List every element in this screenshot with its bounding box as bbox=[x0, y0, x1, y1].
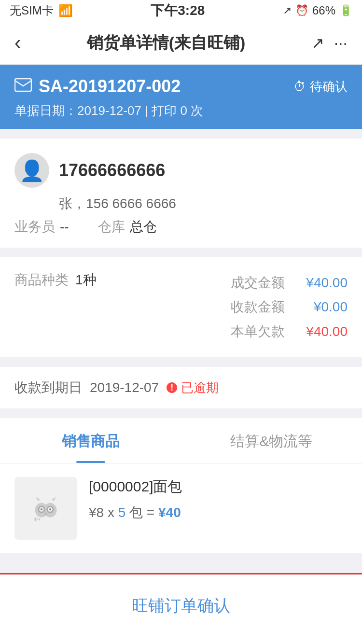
page-title: 销货单详情(来自旺铺) bbox=[87, 32, 246, 54]
customer-name-detail: 张，156 6666 6666 bbox=[59, 195, 348, 213]
order-date-line: 单据日期：2019-12-07 | 打印 0 次 bbox=[14, 102, 348, 119]
product-unit-price: ¥8 bbox=[89, 505, 104, 520]
due-label: 收款到期日 bbox=[14, 378, 82, 397]
alarm-icon: ⏰ bbox=[295, 4, 308, 17]
svg-point-7 bbox=[41, 508, 43, 511]
summary-right: 成交金额 ¥40.00 收款金额 ¥0.00 本单欠款 ¥40.00 bbox=[231, 271, 348, 344]
svg-text:野+: 野+ bbox=[34, 518, 41, 522]
sales-rep-label: 业务员 bbox=[14, 218, 55, 236]
order-separator: | bbox=[145, 103, 152, 118]
warehouse-value: 总仓 bbox=[130, 218, 157, 236]
goods-type-value: 1种 bbox=[75, 271, 97, 289]
product-unit: 包 bbox=[129, 505, 143, 520]
warehouse-item: 仓库 总仓 bbox=[98, 218, 157, 236]
order-id-text: SA-20191207-002 bbox=[39, 76, 181, 97]
product-info: [0000002]面包 ¥8 x 5 包 = ¥40 bbox=[89, 477, 348, 522]
bottom-bar: 旺铺订单确认 bbox=[0, 573, 362, 644]
svg-marker-9 bbox=[36, 497, 40, 501]
amount-label-0: 成交金额 bbox=[231, 271, 285, 295]
time-display: 下午3:28 bbox=[151, 1, 205, 20]
battery-icon: 🔋 bbox=[339, 4, 352, 17]
customer-phone: 17666666666 bbox=[59, 160, 165, 181]
tab-settlement[interactable]: 结算&物流等 bbox=[181, 418, 362, 463]
product-item: 野+ [0000002]面包 ¥8 x 5 包 = ¥40 bbox=[0, 463, 362, 553]
wifi-icon: 📶 bbox=[58, 4, 73, 17]
tab-settlement-label: 结算&物流等 bbox=[230, 433, 312, 449]
order-icon bbox=[14, 78, 32, 95]
amount-value-1: ¥0.00 bbox=[294, 295, 348, 319]
amount-row-2: 本单欠款 ¥40.00 bbox=[231, 320, 348, 344]
product-title: 面包 bbox=[153, 478, 182, 494]
tab-sales-goods[interactable]: 销售商品 bbox=[0, 418, 181, 463]
due-date: 2019-12-07 bbox=[90, 380, 159, 395]
status-left: 无SIM卡 📶 bbox=[10, 3, 73, 18]
summary-section: 商品种类 1种 成交金额 ¥40.00 收款金额 ¥0.00 本单欠款 ¥40.… bbox=[0, 257, 362, 357]
amount-value-2: ¥40.00 bbox=[294, 320, 348, 344]
product-qty: 5 bbox=[118, 505, 126, 520]
product-code: [0000002] bbox=[89, 478, 153, 494]
amount-row-1: 收款金额 ¥0.00 bbox=[231, 295, 348, 319]
due-section: 收款到期日 2019-12-07 ! 已逾期 bbox=[0, 367, 362, 408]
battery-text: 66% bbox=[312, 4, 335, 17]
sales-rep-item: 业务员 -- bbox=[14, 218, 69, 236]
more-icon[interactable]: ··· bbox=[334, 33, 348, 52]
overdue-badge: ! 已逾期 bbox=[167, 379, 219, 396]
goods-type-label: 商品种类 bbox=[14, 271, 69, 289]
order-print-count: 打印 0 次 bbox=[152, 103, 203, 118]
customer-row: 👤 17666666666 bbox=[14, 153, 348, 188]
back-button[interactable]: ‹ bbox=[14, 32, 21, 54]
status-right: ↗ ⏰ 66% 🔋 bbox=[283, 4, 352, 17]
confirm-order-button[interactable]: 旺铺订单确认 bbox=[19, 584, 343, 628]
summary-left: 商品种类 1种 bbox=[14, 271, 97, 289]
nav-actions: ↗︎ ··· bbox=[311, 33, 348, 52]
avatar-icon: 👤 bbox=[19, 159, 44, 182]
carrier-text: 无SIM卡 bbox=[10, 3, 54, 18]
sales-rep-value: -- bbox=[60, 219, 69, 235]
tab-sales-goods-label: 销售商品 bbox=[62, 433, 120, 449]
product-thumbnail: 野+ bbox=[14, 477, 77, 540]
order-status: ⏱ 待确认 bbox=[293, 78, 348, 95]
warehouse-label: 仓库 bbox=[98, 218, 125, 236]
order-date-text: 单据日期：2019-12-07 bbox=[14, 103, 141, 118]
order-id: SA-20191207-002 bbox=[14, 76, 181, 97]
order-header-top: SA-20191207-002 ⏱ 待确认 bbox=[14, 76, 348, 97]
product-total: ¥40 bbox=[158, 505, 181, 520]
status-bar: 无SIM卡 📶 下午3:28 ↗ ⏰ 66% 🔋 bbox=[0, 0, 362, 21]
share-icon[interactable]: ↗︎ bbox=[311, 34, 324, 52]
nav-bar: ‹ 销货单详情(来自旺铺) ↗︎ ··· bbox=[0, 21, 362, 65]
amount-value-0: ¥40.00 bbox=[294, 271, 348, 295]
amount-row-0: 成交金额 ¥40.00 bbox=[231, 271, 348, 295]
overdue-icon: ! bbox=[167, 382, 177, 393]
product-equals: = bbox=[147, 505, 158, 520]
product-thumb-img: 野+ bbox=[27, 494, 65, 523]
svg-marker-10 bbox=[52, 497, 56, 501]
location-icon: ↗ bbox=[283, 4, 292, 17]
overdue-text: 已逾期 bbox=[181, 379, 219, 396]
avatar: 👤 bbox=[14, 153, 49, 188]
tabs-header: 销售商品 结算&物流等 bbox=[0, 418, 362, 463]
svg-rect-0 bbox=[15, 79, 31, 91]
order-header: SA-20191207-002 ⏱ 待确认 单据日期：2019-12-07 | … bbox=[0, 65, 362, 129]
amount-label-1: 收款金额 bbox=[231, 295, 285, 319]
customer-meta: 业务员 -- 仓库 总仓 bbox=[14, 218, 348, 236]
tabs-section: 销售商品 结算&物流等 野+ bbox=[0, 418, 362, 553]
product-price: ¥8 x 5 包 = ¥40 bbox=[89, 504, 348, 522]
product-name: [0000002]面包 bbox=[89, 477, 348, 497]
status-clock-icon: ⏱ bbox=[293, 79, 306, 94]
status-text: 待确认 bbox=[310, 78, 348, 95]
amount-label-2: 本单欠款 bbox=[231, 320, 285, 344]
customer-section: 👤 17666666666 张，156 6666 6666 业务员 -- 仓库 … bbox=[0, 139, 362, 248]
svg-point-8 bbox=[49, 508, 52, 511]
product-multiply: x bbox=[108, 505, 118, 520]
